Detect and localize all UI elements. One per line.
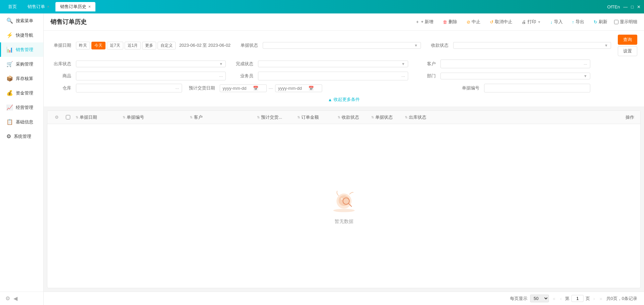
date-btn-today[interactable]: 今天 — [91, 42, 105, 49]
calendar-to-icon[interactable]: 📅 — [308, 86, 314, 91]
import-button[interactable]: ↓ 导入 — [548, 17, 565, 26]
settings-btn[interactable]: 设置 — [618, 46, 637, 56]
filter-row-2: 出库状态 ▼ 完成状态 ▼ 客户 — [50, 60, 637, 68]
calendar-from-icon[interactable]: 📅 — [253, 86, 258, 91]
customer-ellipsis[interactable]: ··· — [584, 62, 587, 67]
sidebar-item-purchase-mgmt[interactable]: 🛒 采购管理 — [0, 57, 43, 71]
refresh-button[interactable]: ↻ 刷新 — [591, 17, 610, 26]
collapse-arrow-icon: ▲ — [328, 97, 332, 102]
per-page-select[interactable]: 10 20 50 100 — [530, 295, 549, 302]
sidebar-notification-icon[interactable]: ◀ — [13, 295, 17, 302]
select-all-checkbox[interactable] — [66, 115, 70, 119]
prev-page-btn[interactable]: ‹ — [559, 295, 563, 302]
minimize-btn[interactable]: — — [623, 4, 628, 9]
sidebar-settings-icon[interactable]: ⚙ — [5, 295, 10, 302]
sidebar-item-operations[interactable]: 📈 经营管理 — [0, 100, 43, 115]
date-btn-more[interactable]: 更多 — [142, 42, 156, 49]
sidebar-item-system[interactable]: ⚙ 系统管理 — [0, 129, 43, 144]
date-filter: 单据日期 昨天 今天 近7天 近1月 更多 自定义 2023-06-02 至 2… — [50, 42, 230, 49]
sidebar-item-search-menu[interactable]: 🔍 搜索菜单 — [0, 13, 43, 28]
table-select-all[interactable] — [63, 115, 73, 119]
add-icon: ＋ — [415, 19, 420, 25]
date-btn-7days[interactable]: 近7天 — [107, 42, 123, 49]
date-btn-custom[interactable]: 自定义 — [158, 42, 176, 49]
th-sort-payment[interactable]: ⇅ — [338, 115, 340, 119]
payment-status-select[interactable]: ▼ — [453, 42, 611, 49]
goods-label: 商品 — [50, 73, 74, 79]
sidebar-item-quick-nav[interactable]: ⚡ 快捷导航 — [0, 28, 43, 42]
sidebar-item-search-menu-label: 搜索菜单 — [16, 18, 33, 24]
tab-home[interactable]: 首页 — [3, 2, 22, 11]
customer-input[interactable] — [443, 61, 584, 67]
payment-status-label: 收款状态 — [428, 42, 451, 48]
system-icon: ⚙ — [6, 133, 11, 140]
display-detail-checkbox-label[interactable]: 显示明细 — [614, 19, 637, 25]
export-button[interactable]: ↑ 导出 — [569, 17, 587, 26]
warehouse-input[interactable] — [79, 85, 175, 91]
th-sort-bill[interactable]: ⇅ — [371, 115, 374, 119]
last-page-btn[interactable]: » — [598, 295, 604, 302]
top-bar-right: OfTEn — □ ✕ — [607, 4, 641, 9]
date-btn-1month[interactable]: 近1月 — [125, 42, 141, 49]
salesperson-ellipsis[interactable]: ··· — [401, 74, 405, 79]
th-sort-delivery[interactable]: ⇅ — [257, 115, 260, 119]
display-detail-label: 显示明细 — [620, 19, 637, 25]
warehouse-filter: 仓库 ··· — [50, 84, 182, 92]
page-input[interactable] — [571, 295, 584, 302]
tab-sales-order-history[interactable]: 销售订单历史 × — [55, 2, 95, 11]
inventory-icon: 📦 — [6, 75, 13, 82]
goods-ellipsis[interactable]: ··· — [219, 74, 223, 79]
tab-sales-order[interactable]: 销售订单 × — [23, 2, 54, 11]
display-detail-checkbox[interactable] — [614, 20, 618, 24]
goods-input[interactable] — [79, 73, 219, 79]
warehouse-ellipsis[interactable]: ··· — [175, 86, 179, 91]
tab-sales-order-close[interactable]: × — [47, 4, 49, 9]
sidebar-item-inventory[interactable]: 📦 库存核算 — [0, 71, 43, 86]
sidebar-item-basic-info[interactable]: 📋 基础信息 — [0, 115, 43, 129]
query-btn-right[interactable]: 查询 — [618, 35, 637, 45]
out-status-select[interactable]: ▼ — [76, 61, 226, 67]
delivery-date-to[interactable] — [278, 86, 308, 91]
add-button[interactable]: ＋ + 新增 — [413, 17, 436, 26]
salesperson-input[interactable] — [261, 73, 401, 79]
tab-sales-order-history-close[interactable]: × — [88, 4, 91, 9]
quick-nav-icon: ⚡ — [6, 32, 13, 38]
customer-label: 客户 — [415, 61, 438, 67]
collapse-btn[interactable]: ▲ 收起更多条件 — [50, 95, 637, 103]
delivery-date-from[interactable] — [223, 86, 253, 91]
next-page-btn[interactable]: › — [592, 295, 596, 302]
th-sort-no[interactable]: ⇅ — [123, 115, 125, 119]
th-no: ⇅ 单据编号 — [120, 114, 187, 120]
tab-home-label: 首页 — [8, 4, 17, 10]
th-sort-customer[interactable]: ⇅ — [190, 115, 192, 119]
print-chevron: ▼ — [538, 20, 541, 24]
complete-status-select[interactable]: ▼ — [258, 61, 408, 67]
bill-status-select[interactable]: ▼ — [263, 42, 421, 49]
table-settings-btn[interactable]: ⚙ — [51, 115, 63, 120]
bill-no-input[interactable] — [487, 85, 587, 91]
sidebar-item-finance-label: 资金管理 — [16, 90, 33, 96]
close-btn[interactable]: ✕ — [637, 4, 641, 9]
delivery-date-filter: 预计交货日期 📅 — 📅 — [189, 84, 452, 92]
customer-filter: 客户 ··· — [415, 60, 590, 68]
th-sort-stock[interactable]: ⇅ — [405, 115, 407, 119]
th-sort-date[interactable]: ⇅ — [76, 115, 78, 119]
search-menu-icon: 🔍 — [6, 17, 13, 24]
export-label: 导出 — [575, 19, 584, 25]
print-button[interactable]: 🖨 打印 ▼ — [519, 17, 544, 26]
date-separator: — — [269, 86, 273, 91]
content-area: 销售订单历史 ＋ + 新增 🗑 删除 ⊘ 中止 ↺ 取消中止 — [44, 13, 644, 305]
th-sort-amount[interactable]: ⇅ — [297, 115, 300, 119]
sidebar-item-sales-mgmt[interactable]: 📊 销售管理 — [0, 42, 43, 57]
date-btn-yesterday[interactable]: 昨天 — [76, 42, 90, 49]
delete-button[interactable]: 🗑 删除 — [440, 17, 460, 26]
dept-select[interactable]: ▼ — [440, 73, 590, 79]
maximize-btn[interactable]: □ — [631, 4, 634, 9]
add-label: + 新增 — [421, 19, 433, 25]
cancel-stop-button[interactable]: ↺ 取消中止 — [487, 17, 515, 26]
filter-row-4: 仓库 ··· 预计交货日期 📅 — 📅 — [50, 84, 637, 92]
sidebar-item-finance[interactable]: 💰 资金管理 — [0, 86, 43, 100]
stop-button[interactable]: ⊘ 中止 — [464, 17, 483, 26]
page-suffix: 页 — [586, 296, 590, 302]
first-page-btn[interactable]: « — [552, 295, 557, 302]
